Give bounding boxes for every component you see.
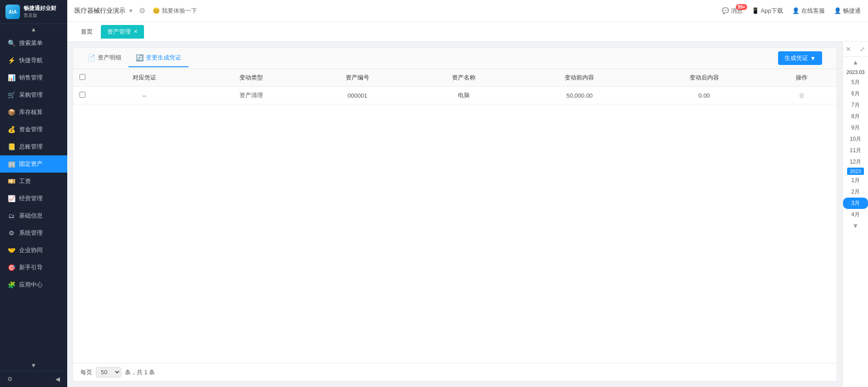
main-panel: 📄 资产明细 🔄 变更生成凭证 生成凭证 ▼	[73, 47, 837, 382]
subtab-change-voucher[interactable]: 🔄 变更生成凭证	[129, 49, 188, 67]
sidebar-item-system[interactable]: ⚙ 系统管理	[0, 224, 67, 242]
select-all-checkbox[interactable]	[79, 74, 85, 80]
ledger-icon: 📒	[7, 143, 15, 151]
sidebar-scroll-down[interactable]: ▼	[0, 360, 67, 371]
month-item-1[interactable]: 1月	[843, 175, 868, 186]
sidebar-item-sales[interactable]: 📊 销售管理	[0, 69, 67, 86]
sidebar-footer: ⚙ ◀	[0, 371, 67, 387]
subtab-asset-detail[interactable]: 📄 资产明细	[80, 49, 129, 67]
purchase-icon: 🛒	[7, 91, 15, 99]
main-content: 医疗器械行业演示 ▼ ⚙ 😊 我要体验一下 💬 消息 99+ 📱 App下载 👤…	[67, 0, 868, 387]
finance-icon: 💰	[7, 125, 15, 134]
sidebar-item-salary[interactable]: 💴 工资	[0, 173, 67, 190]
month-item-6[interactable]: 6月	[843, 88, 868, 99]
messages-button[interactable]: 💬 消息 99+	[722, 7, 743, 15]
message-badge: 99+	[736, 4, 747, 10]
row-checkbox[interactable]	[79, 92, 85, 98]
sidebar-item-operations[interactable]: 📈 经营管理	[0, 190, 67, 207]
month-item-4[interactable]: 4月	[843, 209, 868, 220]
sidebar-collapse-icon[interactable]: ◀	[55, 376, 60, 382]
company-dropdown-arrow: ▼	[128, 8, 134, 14]
table-header-asset-name: 资产名称	[411, 69, 517, 87]
month-item-3[interactable]: 3月	[843, 198, 868, 209]
month-item-7[interactable]: 7月	[843, 99, 868, 111]
row-asset-name: 电脑	[411, 87, 517, 104]
sidebar-item-inventory[interactable]: 📦 库存核算	[0, 104, 67, 121]
logo-sub: 普及版	[24, 12, 56, 19]
tab-close-icon[interactable]: ✕	[134, 29, 138, 35]
sidebar-item-purchase[interactable]: 🛒 采购管理	[0, 86, 67, 104]
year-label-2023[interactable]: 2023	[847, 168, 863, 175]
table-row: -- 资产清理 000001 电脑 50,000.00 0.00 🗑	[73, 87, 837, 104]
topbar-company-selector[interactable]: 医疗器械行业演示 ▼	[74, 7, 134, 15]
table-container: 对应凭证 变动类型 资产编号 资产名称	[73, 69, 837, 363]
year-label-2023-03[interactable]: 2023.03	[847, 68, 865, 77]
month-item-11[interactable]: 11月	[843, 145, 868, 156]
tabbar: 首页 资产管理 ✕	[67, 22, 868, 42]
sales-icon: 📊	[7, 74, 15, 82]
subtab-bar: 📄 资产明细 🔄 变更生成凭证 生成凭证 ▼	[73, 48, 837, 69]
company-name: 医疗器械行业演示	[74, 7, 125, 15]
months-scroll-up[interactable]: ▲	[851, 57, 861, 68]
table-header-asset-code: 资产编号	[304, 69, 411, 87]
sidebar-item-search[interactable]: 🔍 搜索菜单	[0, 35, 67, 52]
sidebar-item-finance[interactable]: 💰 资金管理	[0, 121, 67, 138]
user-profile-button[interactable]: 👤 畅捷通	[834, 7, 861, 15]
sidebar-item-guide[interactable]: 🎯 新手引导	[0, 259, 67, 276]
table-header-before-change: 变动前内容	[517, 69, 642, 87]
tab-asset-mgmt[interactable]: 资产管理 ✕	[101, 25, 144, 39]
months-scroll-down[interactable]: ▼	[851, 220, 861, 231]
change-voucher-table: 对应凭证 变动类型 资产编号 资产名称	[73, 69, 837, 104]
subtab-toolbar: 生成凭证 ▼	[771, 48, 829, 69]
sidebar-item-quicknav[interactable]: ⚡ 快捷导航	[0, 52, 67, 69]
page-size-label: 每页	[80, 368, 92, 377]
generate-voucher-button[interactable]: 生成凭证 ▼	[778, 51, 822, 65]
sidebar-item-ledger[interactable]: 📒 总账管理	[0, 138, 67, 155]
table-header-operation: 操作	[767, 69, 837, 87]
pagination-total: 条，共 1 条	[125, 368, 155, 377]
app-download-button[interactable]: 📱 App下载	[752, 7, 783, 15]
month-item-8[interactable]: 8月	[843, 111, 868, 122]
inventory-icon: 📦	[7, 108, 15, 116]
feedback-smile-icon: 😊	[153, 7, 160, 14]
basic-icon: 🗂	[7, 212, 15, 220]
right-panel: ✕ ⤢ ▲ 2023.03 5月 6月 7月 8月 9月 10月 11月 12月…	[843, 42, 868, 387]
sidebar-item-enterprise[interactable]: 🤝 企业协同	[0, 242, 67, 259]
row-voucher: --	[91, 87, 198, 104]
row-asset-code: 000001	[304, 87, 411, 104]
page-size-select[interactable]: 50 10 20 100	[96, 367, 121, 377]
topbar-feedback[interactable]: 😊 我要体验一下	[153, 7, 197, 15]
month-item-12[interactable]: 12月	[843, 156, 868, 168]
table-header-voucher: 对应凭证	[91, 69, 198, 87]
sidebar-nav: 🔍 搜索菜单 ⚡ 快捷导航 📊 销售管理 🛒 采购管理 📦 库存核算 💰 资金管…	[0, 35, 67, 360]
sidebar-scroll-up[interactable]: ▲	[0, 24, 67, 35]
settings-gear-icon[interactable]: ⚙	[7, 376, 13, 382]
month-item-10[interactable]: 10月	[843, 134, 868, 145]
logo-icon: AtA	[5, 5, 20, 19]
right-panel-expand-icon[interactable]: ⤢	[860, 45, 865, 53]
operations-icon: 📈	[7, 194, 15, 203]
month-item-5[interactable]: 5月	[843, 77, 868, 88]
right-panel-close-icon[interactable]: ✕	[846, 45, 851, 53]
enterprise-icon: 🤝	[7, 246, 15, 254]
topbar-settings-icon[interactable]: ⚙	[139, 6, 145, 15]
year-months-panel: ▲ 2023.03 5月 6月 7月 8月 9月 10月 11月 12月 202…	[843, 57, 868, 231]
right-panel-header: ✕ ⤢	[843, 42, 868, 57]
sidebar-item-fixedasset[interactable]: 🏢 固定资产	[0, 155, 67, 173]
table-header-change-type: 变动类型	[198, 69, 304, 87]
row-checkbox-cell	[73, 87, 91, 104]
delete-icon[interactable]: 🗑	[799, 92, 805, 99]
sidebar-item-appcenter[interactable]: 🧩 应用中心	[0, 276, 67, 293]
month-item-2[interactable]: 2月	[843, 186, 868, 198]
salary-icon: 💴	[7, 177, 15, 185]
appcenter-icon: 🧩	[7, 281, 15, 289]
guide-icon: 🎯	[7, 263, 15, 272]
asset-detail-icon: 📄	[88, 54, 95, 61]
sidebar-item-basic[interactable]: 🗂 基础信息	[0, 207, 67, 224]
quicknav-icon: ⚡	[7, 56, 15, 64]
sidebar-logo: AtA 畅捷通好业财 普及版	[0, 0, 67, 24]
month-item-9[interactable]: 9月	[843, 122, 868, 134]
customer-service-button[interactable]: 👤 在线客服	[792, 7, 825, 15]
tab-home[interactable]: 首页	[74, 25, 99, 39]
message-icon: 💬	[722, 7, 729, 14]
